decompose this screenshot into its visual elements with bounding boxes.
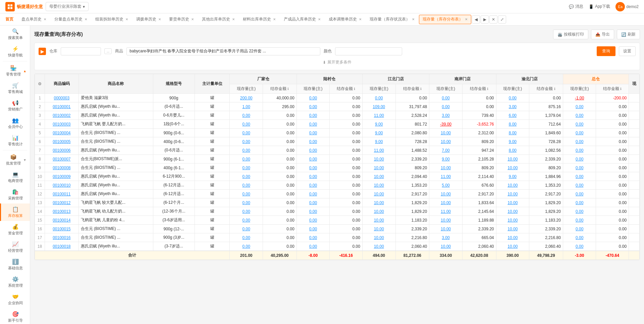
cell-code[interactable]: 00100013 [45, 207, 79, 216]
cell-factory-qty[interactable]: 0.00 [230, 155, 263, 164]
cell-jiangbei-qty[interactable]: 10.00 [362, 155, 395, 164]
cell-yubei-qty[interactable]: 6.00 [496, 111, 529, 120]
cell-lucun-qty[interactable]: 0.00 [297, 190, 330, 198]
cell-nanan-qty[interactable]: 11.00 [429, 207, 463, 216]
cell-yubei-qty[interactable]: 10.00 [496, 233, 529, 242]
color-input[interactable] [335, 47, 402, 55]
cell-lucun-qty[interactable]: 0.00 [297, 155, 330, 164]
refresh-btn[interactable]: 🔄 刷新 [617, 30, 640, 39]
sidebar-item-collab[interactable]: 🤝 企业协同 [0, 291, 30, 308]
cell-yubei-qty[interactable]: 8.00 [496, 129, 529, 137]
cell-code[interactable]: 00100015 [45, 225, 79, 233]
cell-jiangbei-qty[interactable]: 9.00 [362, 129, 395, 137]
cell-yubei-qty[interactable]: 3.00 [496, 102, 529, 111]
cell-lucun-qty[interactable]: 0.00 [297, 164, 330, 172]
cell-yubei-qty[interactable]: 10.00 [496, 164, 529, 172]
cell-total-qty[interactable]: 0.00 [563, 172, 596, 181]
tab-prev-btn[interactable]: ◀ [472, 15, 480, 24]
cell-total-qty[interactable]: 0.00 [563, 164, 596, 172]
cell-lucun-qty[interactable]: 0.00 [297, 172, 330, 181]
cell-nanan-qty[interactable]: 10.00 [429, 137, 463, 146]
cell-code[interactable]: 00100001 [45, 102, 79, 111]
cell-code[interactable]: 00100006 [45, 146, 79, 155]
cell-yubei-qty[interactable]: 10.00 [496, 198, 529, 207]
cell-factory-qty[interactable]: 0.00 [230, 242, 263, 251]
cell-lucun-qty[interactable]: 0.00 [297, 216, 330, 225]
cell-lucun-qty[interactable]: 0.00 [297, 181, 330, 190]
expand-more-btn[interactable]: ⬇ 展开更多条件 [39, 58, 636, 66]
settings-btn[interactable]: 设置 [619, 46, 636, 56]
cell-yubei-qty[interactable]: 9.00 [496, 172, 529, 181]
cell-nanan-qty[interactable]: 10.00 [429, 216, 463, 225]
cell-yubei-qty[interactable]: 10.00 [496, 181, 529, 190]
cell-yubei-qty[interactable]: 8.00 [496, 146, 529, 155]
cell-jiangbei-qty[interactable]: 10.00 [362, 181, 395, 190]
app-download-btn[interactable]: 📱 App下载 [589, 4, 610, 9]
cell-factory-qty[interactable]: 0.00 [230, 137, 263, 146]
cell-total-qty[interactable]: 0.00 [563, 216, 596, 225]
cell-factory-qty[interactable]: 200.00 [230, 94, 263, 102]
cell-code[interactable]: 00100010 [45, 181, 79, 190]
tab-pandian[interactable]: 盘点单历史 ✕ [18, 15, 50, 24]
cell-factory-qty[interactable]: 1.00 [230, 102, 263, 111]
sidebar-item-basic[interactable]: ℹ️ 基础信息 [0, 256, 30, 273]
cell-nanan-qty[interactable]: -39.00 [429, 120, 463, 129]
cell-jiangbei-qty[interactable]: 109.00 [362, 102, 395, 111]
cell-lucun-qty[interactable]: 0.00 [297, 242, 330, 251]
cell-factory-qty[interactable]: 0.00 [230, 164, 263, 172]
cell-lucun-qty[interactable]: 0.00 [297, 102, 330, 111]
store-selector[interactable]: 母婴行业演示陈套 ▾ [46, 2, 89, 11]
sidebar-item-ecom[interactable]: 💻 电商管理 [0, 169, 30, 186]
sidebar-item-manage[interactable]: 📈 经营管理 [0, 238, 30, 256]
sidebar-item-guide[interactable]: 🎯 新手引导 [0, 308, 30, 324]
tab-yaohuo[interactable]: 要货单历史 ✕ [165, 15, 198, 24]
tab-home[interactable]: 首页 [2, 15, 17, 24]
cell-yubei-qty[interactable]: 10.00 [496, 242, 529, 251]
tab-close-diaobuo[interactable]: ✕ [158, 17, 161, 21]
warehouse-input[interactable] [61, 47, 101, 55]
cell-jiangbei-qty[interactable]: 10.00 [362, 233, 395, 242]
cell-jiangbei-qty[interactable]: 11.00 [362, 111, 395, 120]
cell-total-qty[interactable]: 0.00 [563, 190, 596, 198]
cell-lucun-qty[interactable]: 0.00 [297, 111, 330, 120]
cell-code[interactable]: 0000003 [45, 94, 79, 102]
cell-total-qty[interactable]: 0.00 [563, 120, 596, 129]
cell-yubei-qty[interactable]: 10.00 [496, 207, 529, 216]
tab-zuzhang[interactable]: 组装拆卸单历史 ✕ [92, 15, 132, 24]
cell-factory-qty[interactable]: 0.00 [230, 181, 263, 190]
tab-next-btn[interactable]: ▶ [481, 15, 489, 24]
sidebar-item-finance[interactable]: 💰 资金管理 [0, 221, 30, 238]
tab-diaobuo[interactable]: 调拨单历史 ✕ [132, 15, 165, 24]
goods-input[interactable] [126, 47, 320, 55]
tab-chengben[interactable]: 成本调整单历史 ✕ [325, 15, 365, 24]
tab-close-chuku[interactable]: ✕ [232, 17, 235, 21]
cell-code[interactable]: 00100014 [45, 216, 79, 225]
sidebar-item-marketing[interactable]: 📢 营销推广 [0, 97, 30, 114]
cell-jiangbei-qty[interactable]: 0.00 [362, 94, 395, 102]
cell-total-qty[interactable]: -1.00 [563, 94, 596, 102]
cell-code[interactable]: 00100011 [45, 190, 79, 198]
cell-factory-qty[interactable]: 0.00 [230, 129, 263, 137]
cell-total-qty[interactable]: 0.00 [563, 233, 596, 242]
table-container[interactable]: ⚙ 商品编码 商品名称 规格型号 主计量单位 厂家仓 陆村仓 江北门店 南岸门店… [34, 74, 640, 260]
cell-lucun-qty[interactable]: 0.00 [297, 225, 330, 233]
search-btn[interactable]: 查询 [597, 46, 615, 56]
cell-code[interactable]: 00100016 [45, 233, 79, 242]
cell-total-qty[interactable]: 0.00 [563, 102, 596, 111]
sidebar-item-inventory[interactable]: 📋 库存核算 [0, 203, 30, 221]
tab-close-all-btn[interactable]: ✕ [489, 15, 497, 24]
cell-nanan-qty[interactable]: 3.00 [429, 111, 463, 120]
cell-nanan-qty[interactable]: 7.00 [429, 146, 463, 155]
cell-code[interactable]: 00100003 [45, 120, 79, 129]
cell-total-qty[interactable]: 0.00 [563, 129, 596, 137]
cell-total-qty[interactable]: 0.00 [563, 155, 596, 164]
warehouse-dots-btn[interactable]: ... [104, 48, 112, 54]
tab-chengpin[interactable]: 产成品入库单历史 ✕ [280, 15, 324, 24]
cell-yubei-qty[interactable]: 10.00 [496, 190, 529, 198]
sidebar-item-nav[interactable]: ⚡ 快捷导航 [0, 43, 30, 60]
cell-factory-qty[interactable]: 0.00 [230, 146, 263, 155]
cell-nanan-qty[interactable]: 10.00 [429, 225, 463, 233]
cell-yubei-qty[interactable]: 10.00 [496, 225, 529, 233]
cell-code[interactable]: 00100018 [45, 242, 79, 251]
tab-close-zuzhang[interactable]: ✕ [125, 17, 128, 21]
